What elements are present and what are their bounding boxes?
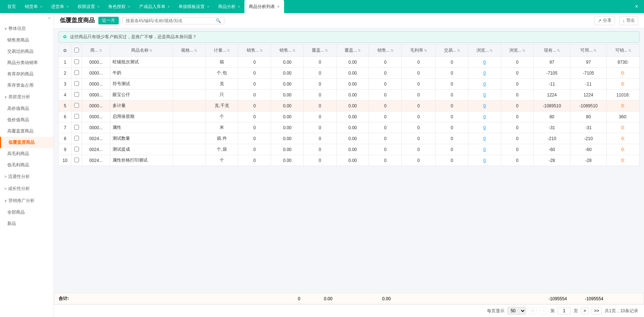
row-checkbox[interactable] bbox=[74, 136, 79, 140]
th-saleable[interactable]: 可销...⇅ bbox=[607, 44, 640, 57]
next-page-button[interactable]: > bbox=[581, 307, 589, 314]
row-checkbox[interactable] bbox=[74, 158, 79, 162]
sidebar-item-category-rate[interactable]: 商品分类动销率 bbox=[0, 57, 54, 68]
th-unit[interactable]: 计量...⇅ bbox=[205, 44, 238, 57]
sidebar-item-low-coverage[interactable]: 低覆盖度商品 bbox=[0, 137, 54, 148]
select-all-checkbox[interactable] bbox=[74, 48, 79, 52]
cell-view1[interactable]: 0 bbox=[468, 79, 501, 90]
th-code[interactable]: 商...⇅ bbox=[82, 44, 110, 57]
sidebar-item-stock-capital[interactable]: 库存资金占用 bbox=[0, 80, 54, 91]
cell-checkbox[interactable] bbox=[72, 90, 82, 100]
th-settings[interactable]: ⚙ bbox=[59, 44, 72, 57]
sidebar-section-cluster[interactable]: ∨ 类群度分析 bbox=[0, 91, 54, 103]
nav-item-templates[interactable]: 单据模板设置 × bbox=[174, 0, 213, 13]
nav-close-purchase[interactable]: × bbox=[66, 4, 68, 9]
nav-item-products[interactable]: 产成品入库单 × bbox=[135, 0, 174, 13]
th-sales-amt[interactable]: 销售...⇅ bbox=[271, 44, 304, 57]
nav-close-analysis-list[interactable]: × bbox=[277, 4, 279, 9]
th-cov2[interactable]: 覆盖...⇅ bbox=[336, 44, 369, 57]
cell-checkbox[interactable] bbox=[72, 133, 82, 144]
sidebar-section-growth[interactable]: > 成长性分析 bbox=[0, 183, 54, 195]
page-size-select[interactable]: 50 20 100 bbox=[507, 307, 526, 315]
cell-view1[interactable]: 0 bbox=[468, 68, 501, 79]
row-checkbox[interactable] bbox=[74, 125, 79, 130]
cell-checkbox[interactable] bbox=[72, 122, 82, 133]
search-input[interactable] bbox=[126, 18, 214, 23]
settings-icon[interactable]: ⚙ bbox=[63, 48, 67, 53]
nav-item-home[interactable]: 首页 bbox=[3, 0, 20, 13]
cell-view1[interactable]: 0 bbox=[468, 90, 501, 100]
time-filter-button[interactable]: 近一月 bbox=[98, 17, 119, 24]
export-button[interactable]: ↓ 导出 bbox=[619, 16, 638, 25]
cell-checkbox[interactable] bbox=[72, 111, 82, 122]
window-close-button[interactable]: × bbox=[632, 3, 641, 10]
nav-item-analysis[interactable]: 商品分析 × bbox=[214, 0, 244, 13]
sidebar-item-low-margin[interactable]: 低毛利商品 bbox=[0, 159, 54, 171]
sidebar-section-circulation[interactable]: > 流通性分析 bbox=[0, 171, 54, 183]
sidebar-item-sales-goods[interactable]: 销售类商品 bbox=[0, 35, 54, 46]
th-gross[interactable]: 毛利率⇅ bbox=[402, 44, 436, 57]
share-button[interactable]: ↗ 分享 bbox=[594, 16, 615, 25]
row-checkbox[interactable] bbox=[74, 114, 79, 119]
row-checkbox[interactable] bbox=[74, 70, 79, 75]
cell-view1[interactable]: 0 bbox=[468, 155, 501, 166]
th-cov1[interactable]: 覆盖...⇅ bbox=[303, 44, 336, 57]
table-row: 3 0000... 符号测试 克 0 0.00 0 0.00 0 0 0 0 0… bbox=[59, 79, 640, 90]
sidebar-item-high-value[interactable]: 高价值商品 bbox=[0, 103, 54, 114]
nav-item-roles[interactable]: 角色授权 × bbox=[104, 0, 134, 13]
sidebar-section-marketing[interactable]: ∨ 营销推广分析 bbox=[0, 195, 54, 207]
nav-item-purchase[interactable]: 进货单 × bbox=[47, 0, 73, 13]
search-icon[interactable]: 🔍 bbox=[216, 18, 221, 23]
cell-checkbox[interactable] bbox=[72, 100, 82, 111]
th-sales3[interactable]: 销售...⇅ bbox=[369, 44, 402, 57]
row-checkbox[interactable] bbox=[74, 103, 79, 108]
cell-name: 属性 bbox=[110, 122, 173, 133]
sidebar-item-high-coverage[interactable]: 高覆盖度商品 bbox=[0, 126, 54, 137]
prev-page-button[interactable]: < bbox=[540, 307, 547, 314]
cell-checkbox[interactable] bbox=[72, 68, 82, 79]
cell-checkbox[interactable] bbox=[72, 144, 82, 155]
th-trade[interactable]: 交易...⇅ bbox=[436, 44, 468, 57]
sidebar-item-all-goods[interactable]: 全部商品 bbox=[0, 207, 54, 218]
sidebar-item-stocked-goods[interactable]: 有库存的商品 bbox=[0, 68, 54, 80]
cell-view1[interactable]: 0 bbox=[468, 144, 501, 155]
cell-current: -210 bbox=[534, 133, 570, 144]
th-avail[interactable]: 可用...⇅ bbox=[570, 44, 606, 57]
cell-view1[interactable]: 0 bbox=[468, 111, 501, 122]
nav-close-analysis[interactable]: × bbox=[238, 4, 240, 9]
sidebar-item-traded-goods[interactable]: 交易过的商品 bbox=[0, 46, 54, 57]
th-sales-qty[interactable]: 销售...⇅ bbox=[238, 44, 271, 57]
nav-item-permissions[interactable]: 权限设置 × bbox=[73, 0, 104, 13]
row-checkbox[interactable] bbox=[74, 81, 79, 86]
last-page-button[interactable]: >> bbox=[592, 307, 602, 314]
cell-view1[interactable]: 0 bbox=[468, 57, 501, 68]
th-name[interactable]: 商品名称⇅ bbox=[110, 44, 173, 57]
sidebar-item-new-goods[interactable]: 新品 bbox=[0, 218, 54, 229]
th-view1[interactable]: 浏览...⇅ bbox=[468, 44, 501, 57]
cell-view1[interactable]: 0 bbox=[468, 100, 501, 111]
page-number-input[interactable] bbox=[558, 307, 571, 314]
sidebar-item-low-value[interactable]: 低价值商品 bbox=[0, 114, 54, 126]
cell-checkbox[interactable] bbox=[72, 57, 82, 68]
th-view2[interactable]: 浏览...⇅ bbox=[501, 44, 534, 57]
nav-close-roles[interactable]: × bbox=[128, 4, 130, 9]
sidebar-collapse-button[interactable]: « bbox=[0, 13, 54, 23]
cell-checkbox[interactable] bbox=[72, 79, 82, 90]
nav-close-templates[interactable]: × bbox=[207, 4, 209, 9]
sidebar-item-high-margin[interactable]: 高毛利商品 bbox=[0, 148, 54, 159]
cell-checkbox[interactable] bbox=[72, 155, 82, 166]
nav-item-sales[interactable]: 销货单 × bbox=[20, 0, 47, 13]
sidebar-section-overall[interactable]: ∨ 整体信息 bbox=[0, 23, 54, 35]
row-checkbox[interactable] bbox=[74, 147, 79, 151]
row-checkbox[interactable] bbox=[74, 92, 79, 97]
nav-close-permissions[interactable]: × bbox=[97, 4, 99, 9]
th-spec[interactable]: 规格...⇅ bbox=[173, 44, 205, 57]
nav-item-analysis-list[interactable]: 商品分析列表 × bbox=[244, 0, 284, 13]
cell-view1[interactable]: 0 bbox=[468, 122, 501, 133]
row-checkbox[interactable] bbox=[74, 59, 79, 64]
nav-close-sales[interactable]: × bbox=[40, 4, 42, 9]
nav-close-products[interactable]: × bbox=[168, 4, 170, 9]
th-current[interactable]: 现有...⇅ bbox=[534, 44, 570, 57]
cell-view1[interactable]: 0 bbox=[468, 133, 501, 144]
first-page-button[interactable]: K bbox=[529, 307, 537, 314]
